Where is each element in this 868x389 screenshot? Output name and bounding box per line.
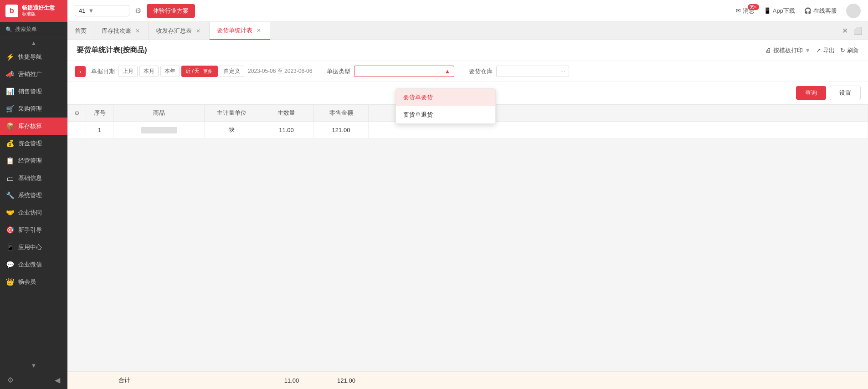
sidebar-item-operations[interactable]: 📋 经营管理 [0, 152, 67, 169]
topbar: 41 ▼ ⚙ 体验行业方案 ✉ 消息 99+ 📱 App下载 🎧 在线客服 [67, 0, 868, 22]
online-service-btn[interactable]: 🎧 在线客服 [804, 7, 837, 15]
warehouse-filter-label: 要货仓库 [469, 67, 493, 76]
tab-order-summary-close[interactable]: ✕ [255, 27, 262, 34]
cooperation-icon: 🤝 [5, 209, 15, 217]
tabs-bar: 首页 库存批次账 ✕ 收发存汇总表 ✕ 要货单统计表 ✕ ✕ ⬜ [67, 22, 868, 40]
warehouse-filter-input[interactable]: ··· [496, 66, 569, 77]
sidebar-item-purchase[interactable]: 🛒 采购管理 [0, 100, 67, 118]
finance-icon: 💰 [5, 139, 15, 148]
query-btn[interactable]: 查询 [796, 86, 826, 100]
app-edition: 标准版 [22, 11, 55, 17]
table-settings-icon[interactable]: ⚙ [74, 110, 80, 117]
app-logo: b 畅捷通好生意 标准版 [0, 0, 67, 22]
sidebar-nav: ⚡ 快捷导航 📣 营销推广 📊 销售管理 🛒 采购管理 📦 库存核算 💰 资金管… [0, 48, 67, 360]
sidebar-item-basic-info[interactable]: 🗃 基础信息 [0, 169, 67, 187]
cell-product [113, 122, 205, 138]
tab-home-label: 首页 [75, 27, 87, 35]
export-icon: ↗ [816, 47, 821, 54]
tabs-actions: ✕ ⬜ [837, 26, 868, 36]
company-selector[interactable]: 41 ▼ [75, 5, 129, 16]
sidebar: b 畅捷通好生意 标准版 🔍 搜索菜单 ▲ ⚡ 快捷导航 📣 营销推广 📊 销售… [0, 0, 67, 389]
sales-icon: 📊 [5, 87, 15, 96]
sidebar-item-label: 营销推广 [18, 70, 42, 78]
purchase-icon: 🛒 [5, 105, 15, 113]
sidebar-item-quick-nav[interactable]: ⚡ 快捷导航 [0, 48, 67, 66]
tab-expand-icon[interactable]: ⬜ [852, 26, 864, 36]
sidebar-item-app-center[interactable]: 📱 应用中心 [0, 239, 67, 256]
refresh-label: 刷新 [847, 46, 859, 55]
cell-checkbox [68, 122, 86, 138]
tab-collect-summary-label: 收发存汇总表 [156, 27, 192, 35]
sidebar-item-finance[interactable]: 💰 资金管理 [0, 135, 67, 152]
date-range-display: 2023-05-06 至 2023-06-06 [248, 67, 312, 75]
tab-order-summary-label: 要货单统计表 [217, 26, 252, 35]
type-filter-input[interactable]: ▲ [354, 66, 454, 77]
date-btn-last-month[interactable]: 上月 [118, 66, 138, 77]
refresh-btn[interactable]: ↻ 刷新 [840, 46, 859, 55]
main-area: 41 ▼ ⚙ 体验行业方案 ✉ 消息 99+ 📱 App下载 🎧 在线客服 首页 [67, 0, 868, 389]
sidebar-item-label: 新手引导 [18, 226, 42, 234]
dropdown-item-order-return[interactable]: 要货单退货 [396, 106, 495, 123]
date-btn-custom[interactable]: 自定义 [220, 66, 244, 77]
export-btn[interactable]: ↗ 导出 [816, 46, 835, 55]
dropdown-item-order-goods[interactable]: 要货单要货 [396, 89, 495, 106]
online-service-icon: 🎧 [804, 7, 812, 14]
cell-extra [369, 122, 868, 138]
sidebar-scroll-up[interactable]: ▲ [0, 37, 67, 48]
tab-inventory-batch[interactable]: 库存批次账 ✕ [94, 22, 149, 40]
search-menu[interactable]: 🔍 搜索菜单 [0, 22, 67, 37]
topbar-settings-icon[interactable]: ⚙ [135, 6, 141, 15]
quick-nav-icon: ⚡ [5, 53, 15, 61]
tab-inventory-batch-close[interactable]: ✕ [134, 27, 141, 35]
page-header: 要货单统计表(按商品) 🖨 按模板打印 ▼ ↗ 导出 ↻ 刷新 [67, 40, 868, 61]
messages-badge: 99+ [748, 4, 759, 10]
table-footer: 合计 11.00 121.00 [67, 371, 868, 389]
date-btn-this-year[interactable]: 本年 [160, 66, 180, 77]
tab-collect-summary[interactable]: 收发存汇总表 ✕ [149, 22, 210, 40]
sidebar-item-inventory[interactable]: 📦 库存核算 [0, 118, 67, 135]
avatar[interactable] [846, 4, 861, 18]
search-menu-label: 搜索菜单 [15, 26, 37, 33]
sidebar-item-label: 企业协同 [18, 209, 42, 217]
tab-order-summary[interactable]: 要货单统计表 ✕ [210, 22, 270, 40]
settings-btn[interactable]: 设置 [830, 86, 861, 100]
sidebar-settings-icon[interactable]: ⚙ [7, 376, 14, 384]
cell-quantity: 11.00 [259, 122, 314, 138]
date-btn-this-month[interactable]: 本月 [139, 66, 159, 77]
type-filter-label: 单据类型 [327, 67, 350, 76]
sidebar-item-system[interactable]: 🔧 系统管理 [0, 187, 67, 204]
sidebar-item-label: 畅会员 [18, 278, 36, 286]
sidebar-item-member[interactable]: 👑 畅会员 [0, 273, 67, 291]
marketing-icon: 📣 [5, 70, 15, 78]
sidebar-item-sales[interactable]: 📊 销售管理 [0, 83, 67, 100]
sidebar-item-label: 系统管理 [18, 191, 42, 200]
table-row: 1 块 11.00 121.00 [68, 122, 868, 138]
sidebar-item-marketing[interactable]: 📣 营销推广 [0, 66, 67, 83]
app-center-icon: 📱 [5, 243, 15, 251]
col-header-settings[interactable]: ⚙ [68, 105, 86, 122]
sidebar-item-cooperation[interactable]: 🤝 企业协同 [0, 204, 67, 221]
sidebar-scroll-down[interactable]: ▼ [0, 360, 67, 371]
cell-seq: 1 [86, 122, 113, 138]
sidebar-item-label: 企业微信 [18, 261, 42, 269]
col-header-unit: 主计量单位 [205, 105, 259, 122]
date-btn-last-7[interactable]: 近7天 更多 [181, 66, 218, 77]
print-btn[interactable]: 🖨 按模板打印 ▼ [765, 46, 811, 55]
messages-btn[interactable]: ✉ 消息 99+ [736, 7, 755, 15]
app-download-btn[interactable]: 📱 App下载 [764, 7, 795, 15]
refresh-icon: ↻ [840, 47, 845, 54]
tab-home[interactable]: 首页 [67, 22, 94, 40]
sidebar-item-wechat[interactable]: 💬 企业微信 [0, 256, 67, 273]
sidebar-item-guide[interactable]: 🎯 新手引导 [0, 221, 67, 239]
wechat-icon: 💬 [5, 261, 15, 269]
tab-close-all-icon[interactable]: ✕ [840, 26, 850, 36]
inventory-icon: 📦 [5, 122, 15, 130]
filter-toggle-btn[interactable]: › [75, 66, 86, 77]
tab-collect-summary-close[interactable]: ✕ [195, 27, 202, 35]
trial-btn[interactable]: 体验行业方案 [147, 4, 195, 18]
member-icon: 👑 [5, 278, 15, 286]
sidebar-collapse-icon[interactable]: ◀ [55, 376, 60, 384]
sidebar-item-label: 销售管理 [18, 87, 42, 96]
sidebar-item-label: 应用中心 [18, 243, 42, 251]
content-area: 要货单统计表(按商品) 🖨 按模板打印 ▼ ↗ 导出 ↻ 刷新 › [67, 40, 868, 389]
